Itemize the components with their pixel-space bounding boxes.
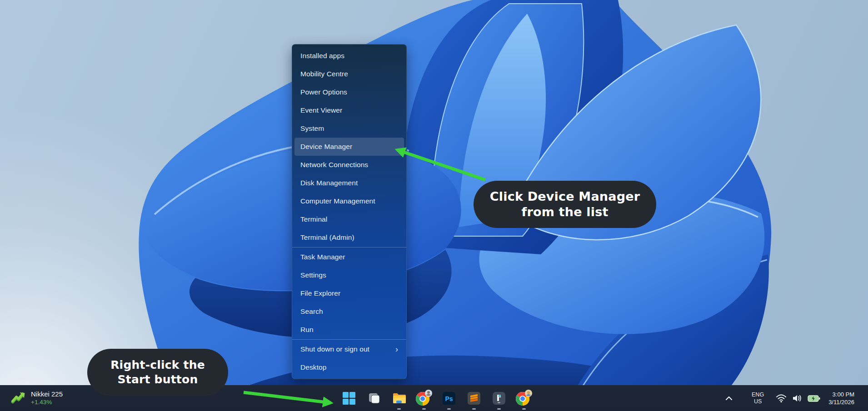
widget-index-name: Nikkei 225 bbox=[31, 390, 63, 398]
menu-item-label: File Explorer bbox=[300, 289, 340, 297]
menu-item-label: Settings bbox=[300, 271, 326, 279]
menu-item-label: Run bbox=[300, 326, 314, 334]
menu-item-label: Mobility Centre bbox=[300, 70, 348, 78]
menu-item-label: Disk Management bbox=[300, 179, 358, 187]
running-indicator bbox=[472, 408, 476, 410]
callout-line: Right-click the bbox=[110, 358, 205, 372]
callout-device-manager: Click Device Manager from the list bbox=[474, 181, 656, 228]
task-view-icon bbox=[367, 391, 381, 405]
battery-charging-icon bbox=[808, 394, 820, 402]
file-explorer-button[interactable] bbox=[386, 385, 411, 411]
stock-trend-up-icon bbox=[11, 391, 26, 406]
menu-item-label: System bbox=[300, 124, 324, 133]
winx-context-menu: Installed apps › Mobility Centre › Power… bbox=[292, 44, 407, 379]
sublime-text-button[interactable] bbox=[461, 385, 486, 411]
chevron-up-icon bbox=[725, 396, 733, 401]
menu-item-label: Terminal bbox=[300, 215, 327, 223]
menu-item[interactable]: Settings › bbox=[294, 266, 404, 284]
volume-icon bbox=[792, 394, 803, 403]
language-code: ENG bbox=[752, 391, 764, 398]
widgets-button[interactable]: Nikkei 225 +1.43% bbox=[6, 387, 67, 409]
running-indicator bbox=[397, 408, 401, 410]
menu-item-label: Task Manager bbox=[300, 253, 345, 261]
date: 3/11/2026 bbox=[828, 398, 854, 406]
tray-overflow-button[interactable] bbox=[725, 396, 733, 401]
clock[interactable]: 3:00 PM 3/11/2026 bbox=[828, 391, 854, 406]
start-button[interactable] bbox=[336, 385, 361, 411]
menu-item[interactable]: Task Manager › bbox=[294, 248, 404, 266]
menu-item[interactable]: Computer Management › bbox=[294, 192, 404, 210]
running-indicator bbox=[522, 408, 526, 410]
menu-item[interactable]: Search › bbox=[294, 302, 404, 321]
chrome-button-2[interactable] bbox=[511, 385, 536, 411]
menu-item-label: Installed apps bbox=[300, 52, 344, 60]
menu-item[interactable]: Mobility Centre › bbox=[294, 65, 404, 83]
menu-item[interactable]: Terminal › bbox=[294, 210, 404, 228]
menu-item[interactable]: Power Options › bbox=[294, 83, 404, 101]
folder-icon bbox=[392, 391, 406, 406]
menu-item[interactable]: Installed apps › bbox=[294, 47, 404, 65]
menu-item[interactable]: Network Connections › bbox=[294, 156, 404, 174]
callout-start-button: Right-click the Start button bbox=[87, 349, 228, 396]
widget-index-change: +1.43% bbox=[31, 398, 63, 406]
system-tray: ENG US bbox=[725, 385, 868, 411]
windows-logo-icon bbox=[342, 391, 356, 405]
menu-item-label: Power Options bbox=[300, 88, 347, 96]
menu-item-label: Computer Management bbox=[300, 197, 375, 205]
menu-item[interactable]: Disk Management › bbox=[294, 174, 404, 192]
running-indicator bbox=[447, 408, 451, 410]
desktop: Installed apps › Mobility Centre › Power… bbox=[0, 0, 868, 411]
menu-item[interactable]: Event Viewer › bbox=[294, 101, 404, 119]
menu-item[interactable]: Shut down or sign out › bbox=[294, 340, 404, 358]
menu-item[interactable]: File Explorer › bbox=[294, 284, 404, 302]
menu-item[interactable]: Device Manager › bbox=[294, 138, 404, 156]
photoshop-icon: Ps bbox=[442, 391, 456, 405]
menu-item-label: Desktop bbox=[300, 363, 327, 371]
time: 3:00 PM bbox=[828, 391, 854, 398]
wifi-icon bbox=[776, 394, 787, 403]
callout-line: Click Device Manager bbox=[490, 189, 640, 204]
menu-item-label: Terminal (Admin) bbox=[300, 233, 354, 242]
running-indicator bbox=[422, 408, 426, 410]
quick-settings-button[interactable] bbox=[776, 394, 820, 403]
language-switcher[interactable]: ENG US bbox=[752, 391, 764, 405]
taskbar-apps: Ps bbox=[336, 385, 536, 411]
chrome-icon bbox=[515, 390, 533, 407]
menu-item[interactable]: Terminal (Admin) › bbox=[294, 228, 404, 247]
submenu-chevron-icon: › bbox=[395, 345, 398, 353]
callout-line: from the list bbox=[521, 204, 608, 220]
chrome-button-1[interactable] bbox=[411, 385, 436, 411]
callout-line: Start button bbox=[118, 372, 198, 387]
menu-item[interactable]: Run › bbox=[294, 321, 404, 339]
task-view-button[interactable] bbox=[361, 385, 386, 411]
sublime-icon bbox=[467, 391, 481, 405]
running-indicator bbox=[497, 408, 501, 410]
region-code: US bbox=[752, 398, 764, 405]
filmora-icon bbox=[492, 391, 506, 405]
menu-item-label: Event Viewer bbox=[300, 106, 342, 114]
menu-item-label: Device Manager bbox=[300, 143, 352, 151]
filmora-button[interactable] bbox=[486, 385, 511, 411]
photoshop-button[interactable]: Ps bbox=[436, 385, 461, 411]
chrome-icon bbox=[415, 390, 433, 407]
menu-item[interactable]: System › bbox=[294, 119, 404, 138]
menu-item-label: Network Connections bbox=[300, 161, 368, 169]
menu-item-label: Shut down or sign out bbox=[300, 345, 369, 353]
menu-item[interactable]: Desktop › bbox=[294, 358, 404, 376]
menu-item-label: Search bbox=[300, 307, 323, 316]
photoshop-label: Ps bbox=[445, 395, 453, 402]
